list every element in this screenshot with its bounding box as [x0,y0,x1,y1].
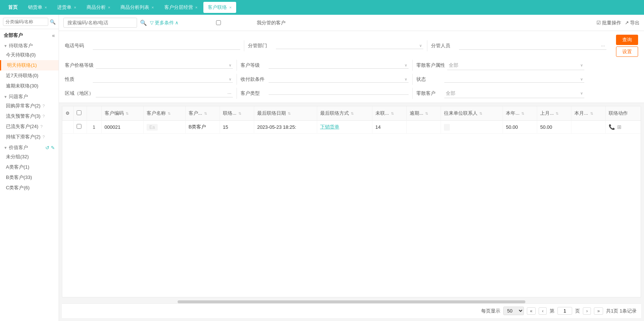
toolbar-right: ☑ 批量操作 ↗ 导出 [596,20,640,26]
filter-person-select[interactable]: ··· [459,42,606,50]
row-phone-icon[interactable]: 📞 [609,124,615,130]
table-header-gear[interactable]: ⚙ [62,106,73,121]
chevron-down-icon-nature: ∨ [229,77,231,81]
close-goods-analysis-list-icon[interactable]: × [151,5,154,10]
table-header-last-way[interactable]: 最后联络方式 ⇅ [317,106,372,121]
sidebar-search-input[interactable] [3,18,48,26]
search-button[interactable]: 🔍 [140,20,147,26]
close-customer-contact-icon[interactable]: × [229,5,231,10]
sidebar-item-tomorrow-contact[interactable]: 明天待联络(1) [0,60,59,70]
filter-scattered-customer-select[interactable]: 全部 ∨ [444,89,584,98]
sort-icon-overdue: ⇅ [425,111,428,115]
table-header-name[interactable]: 客户名称 ⇅ [143,106,185,121]
sidebar-item-abnormal-repurchase[interactable]: 回购异常客户(2) ? [0,101,59,111]
nav-item-customer-contact[interactable]: 客户联络 × [203,2,236,13]
prev-page-button[interactable]: ‹ [539,307,547,315]
sidebar-item-class-c[interactable]: C类客户(6) [0,183,59,193]
table-header-no-contact[interactable]: 未联... ⇅ [372,106,406,121]
filter-phone-input[interactable] [93,42,240,50]
table-header-num [87,106,101,121]
my-customers-checkbox-label[interactable]: 我分管的客户 [182,20,286,26]
row-actions: 📞 ⊞ [606,121,641,134]
filter-payment-select[interactable]: ∨ [269,76,409,83]
sidebar-item-declining[interactable]: 持续下滑客户(2) ? [0,132,59,142]
scrollbar-thumb[interactable] [178,300,525,303]
sidebar-item-week-contact[interactable]: 近7天待联络(0) [0,70,59,81]
nav-item-goods-analysis-list[interactable]: 商品分析列表 × [116,2,158,13]
filter-customer-type-select[interactable] [269,92,409,95]
last-page-button[interactable]: » [594,307,603,315]
row-last-way-link[interactable]: 下销货单 [320,124,339,130]
table-header-overdue[interactable]: 逾期... ⇅ [406,106,441,121]
row-grid-icon[interactable]: ⊞ [617,124,622,130]
filter-nature-select[interactable]: ∨ [93,76,233,83]
close-goods-analysis-icon[interactable]: × [108,5,110,10]
filter-status-label: 状态 [416,76,442,83]
nav-item-goods-analysis[interactable]: 商品分析 × [82,2,115,13]
filter-person: 分管人员 ··· [431,42,606,50]
table-header-code[interactable]: 客户编码 ⇅ [101,106,143,121]
filter-row-3: 性质 ∨ 收付款条件 ∨ 状态 [65,74,638,85]
sidebar-item-overdue-contact[interactable]: 逾期未联络(30) [0,81,59,91]
sidebar-search-icon[interactable]: 🔍 [50,19,56,25]
my-customers-checkbox[interactable] [182,20,255,25]
close-customer-tier-icon[interactable]: × [195,5,197,10]
next-page-button[interactable]: › [583,307,591,315]
sidebar-collapse-btn[interactable]: « [52,32,55,38]
filter-status: 状态 ∨ [416,76,584,83]
close-sales-icon[interactable]: × [45,5,47,10]
table-header-contact[interactable]: 联络... ⇅ [220,106,254,121]
filter-customer-tier-select[interactable]: ∨ [269,62,409,69]
help-icon-abnormal[interactable]: ? [42,104,45,108]
nav-item-purchase[interactable]: 进货单 × [53,2,80,13]
horizontal-scrollbar[interactable] [62,300,641,303]
setting-button[interactable]: 设置 [616,46,638,57]
sidebar-item-class-a[interactable]: A类客户(1) [0,162,59,172]
nav-item-sales[interactable]: 销货单 × [24,2,51,13]
sidebar-section-pending-contact: 待联络客户 [0,40,59,50]
row-last-date: 2023-05-23 18:25: [254,121,317,134]
search-input[interactable] [63,18,137,28]
row-code: 000021 [101,121,143,134]
value-customer-edit-icon[interactable]: ✎ [51,145,55,151]
table-header-last-month[interactable]: 上月... ⇅ [537,106,571,121]
filter-region-select[interactable]: ··· [96,89,233,97]
more-filter-button[interactable]: ▽ 更多条件 ∧ [150,20,179,26]
value-customer-refresh-icon[interactable]: ↺ [45,145,49,151]
row-unit-contact-blurred [444,124,450,131]
sidebar-item-class-b[interactable]: B类客户(33) [0,172,59,183]
table-header-last-date[interactable]: 最后联络日期 ⇅ [254,106,317,121]
export-button[interactable]: ↗ 导出 [625,20,640,26]
filter-status-select[interactable]: ∨ [444,76,584,83]
page-size-select[interactable]: 50 100 200 [503,307,524,315]
help-icon-churned[interactable]: ? [40,124,42,129]
more-dots-icon-person[interactable]: ··· [601,43,605,48]
row-select-checkbox[interactable] [77,124,81,129]
nav-item-customer-tier[interactable]: 客户分层经营 × [160,2,202,13]
page-number-input[interactable] [557,307,572,315]
help-icon-declining[interactable]: ? [42,135,45,139]
table-header-this-year[interactable]: 本年... ⇅ [503,106,537,121]
select-all-checkbox[interactable] [77,110,81,115]
filter-scattered-attr-select[interactable]: 全部 ∨ [447,61,584,70]
help-icon-churn[interactable]: ? [42,114,45,118]
filter-price-tier-select[interactable]: ∨ [96,62,233,69]
more-dots-icon-region[interactable]: ··· [227,90,231,96]
table-header-this-month[interactable]: 本月... ⇅ [571,106,606,121]
nav-item-home[interactable]: 首页 [4,2,22,13]
query-button[interactable]: 查询 [616,35,638,45]
filter-person-label: 分管人员 [431,42,457,49]
top-navigation: 首页 销货单 × 进货单 × 商品分析 × 商品分析列表 × 客户分层经营 × … [0,0,644,15]
total-records: 共1页 1条记录 [606,308,637,314]
sidebar-item-churn-warning[interactable]: 流失预警客户(3) ? [0,111,59,121]
table-header-type[interactable]: 客户... ⇅ [185,106,220,121]
row-last-way: 下销货单 [317,121,372,134]
first-page-button[interactable]: « [527,307,536,315]
sidebar-item-churned[interactable]: 已流失客户(24) ? [0,121,59,132]
filter-dept-select[interactable]: ∨ [276,42,423,49]
table-header-unit-contact[interactable]: 往来单位联系人 ⇅ [441,106,503,121]
batch-operation-button[interactable]: ☑ 批量操作 [596,20,621,26]
close-purchase-icon[interactable]: × [74,5,76,10]
sidebar-item-ungrouped[interactable]: 未分组(32) [0,152,59,162]
sidebar-item-today-contact[interactable]: 今天待联络(0) [0,50,59,60]
